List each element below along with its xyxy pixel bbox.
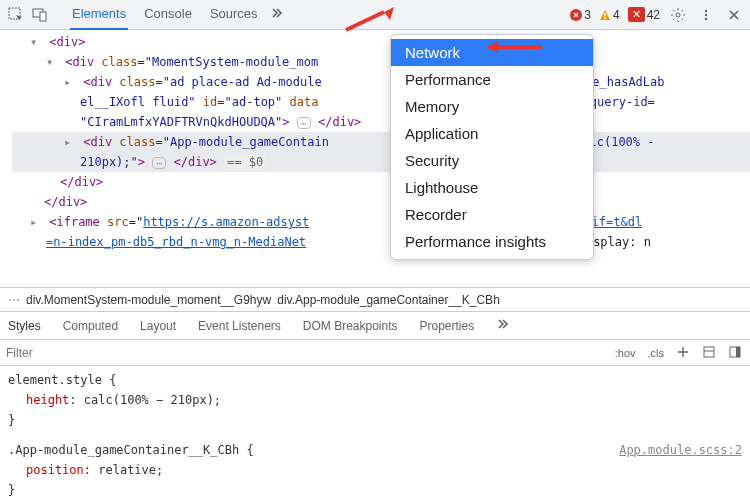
- device-toggle-icon[interactable]: [28, 3, 52, 27]
- dom-node[interactable]: </div>: [60, 175, 103, 189]
- cls-toggle[interactable]: .cls: [646, 347, 667, 359]
- new-style-rule-icon[interactable]: [674, 345, 692, 361]
- warnings-badge[interactable]: 4: [597, 7, 622, 23]
- chevron-right-icon[interactable]: ▸: [64, 132, 74, 152]
- svg-point-9: [705, 17, 707, 19]
- gear-icon[interactable]: [666, 3, 690, 27]
- errors-count: 3: [584, 8, 591, 22]
- chevron-right-icon[interactable]: ▸: [30, 212, 40, 232]
- toggle-sidebar-icon[interactable]: [726, 345, 744, 361]
- menu-item-recorder[interactable]: Recorder: [391, 201, 593, 228]
- ellipsis-icon[interactable]: ⋯: [297, 117, 311, 129]
- style-rule[interactable]: .App-module_gameContainer__K_CBh {: [8, 443, 254, 457]
- menu-item-memory[interactable]: Memory: [391, 93, 593, 120]
- subtab-layout[interactable]: Layout: [138, 313, 178, 339]
- subtab-dom-breakpoints[interactable]: DOM Breakpoints: [301, 313, 400, 339]
- svg-point-6: [676, 13, 680, 17]
- chevron-down-icon[interactable]: ▾: [30, 32, 40, 52]
- issues-pill-icon: ✕: [628, 7, 645, 22]
- elements-tree[interactable]: ▾ <div> ▾ <div class="MomentSystem-modul…: [0, 30, 750, 288]
- tabs-overflow-icon[interactable]: [266, 0, 288, 29]
- menu-item-network[interactable]: Network: [391, 39, 593, 66]
- breadcrumb[interactable]: ⋯ div.MomentSystem-module_moment__G9hyw …: [0, 288, 750, 312]
- crumb-item[interactable]: div.App-module_gameContainer__K_CBh: [277, 293, 500, 307]
- menu-item-performance-insights[interactable]: Performance insights: [391, 228, 593, 255]
- svg-rect-10: [704, 347, 714, 357]
- svg-rect-5: [604, 17, 605, 18]
- subtab-properties[interactable]: Properties: [418, 313, 477, 339]
- menu-item-application[interactable]: Application: [391, 120, 593, 147]
- dollar-zero-badge: == $0: [224, 155, 266, 169]
- crumb-item[interactable]: div.MomentSystem-module_moment__G9hyw: [26, 293, 271, 307]
- svg-rect-2: [40, 12, 46, 21]
- source-link[interactable]: App.module.scss:2: [619, 440, 742, 460]
- tab-elements[interactable]: Elements: [70, 0, 128, 30]
- inspect-icon[interactable]: [4, 3, 28, 27]
- svg-rect-4: [604, 13, 605, 17]
- subtab-event-listeners[interactable]: Event Listeners: [196, 313, 283, 339]
- issues-badge[interactable]: ✕ 42: [626, 6, 662, 23]
- issues-count: 42: [647, 8, 660, 22]
- selected-dom-node[interactable]: ▸ <div class="App-module_gameContain t: …: [12, 132, 750, 152]
- computed-styles-icon[interactable]: [700, 345, 718, 361]
- tab-sources[interactable]: Sources: [208, 0, 260, 30]
- style-rule[interactable]: element.style {: [8, 370, 742, 390]
- svg-point-8: [705, 13, 707, 15]
- warnings-count: 4: [613, 8, 620, 22]
- styles-pane[interactable]: element.style { height: calc(100% − 210p…: [0, 366, 750, 502]
- subtab-computed[interactable]: Computed: [61, 313, 120, 339]
- panels-dropdown: Network Performance Memory Application S…: [390, 34, 594, 260]
- menu-item-security[interactable]: Security: [391, 147, 593, 174]
- styles-filter-input[interactable]: [6, 346, 605, 360]
- ellipsis-icon[interactable]: ⋯: [152, 157, 166, 169]
- dom-node[interactable]: <div>: [49, 35, 85, 49]
- menu-item-performance[interactable]: Performance: [391, 66, 593, 93]
- svg-point-7: [705, 9, 707, 11]
- menu-item-lighthouse[interactable]: Lighthouse: [391, 174, 593, 201]
- svg-rect-12: [736, 347, 740, 357]
- hov-toggle[interactable]: :hov: [613, 347, 638, 359]
- tab-console[interactable]: Console: [142, 0, 194, 30]
- errors-badge[interactable]: 3: [568, 7, 593, 23]
- chevron-down-icon[interactable]: ▾: [46, 52, 56, 72]
- close-devtools-icon[interactable]: [722, 3, 746, 27]
- chevron-right-icon[interactable]: ▸: [64, 72, 74, 92]
- subtab-styles[interactable]: Styles: [6, 313, 43, 339]
- kebab-icon[interactable]: [694, 3, 718, 27]
- subtabs-overflow-icon[interactable]: [494, 311, 512, 340]
- dom-node[interactable]: </div>: [44, 195, 87, 209]
